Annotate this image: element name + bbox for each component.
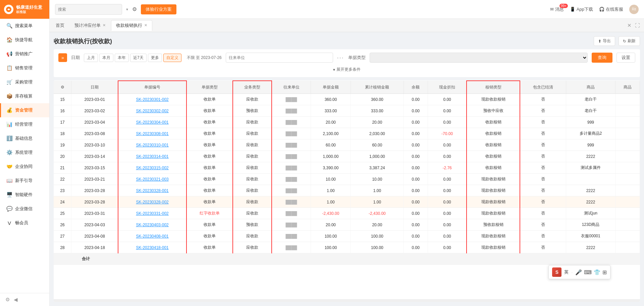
custom-date-button[interactable]: 自定义 — [163, 54, 181, 62]
sidebar-item-search[interactable]: 🔍 搜索菜单 — [0, 19, 49, 33]
keyboard-icon[interactable]: ⌨ — [584, 269, 592, 276]
this-month-button[interactable]: 本月 — [99, 54, 113, 62]
avatar[interactable]: Rit — [629, 5, 639, 14]
sidebar-item-member[interactable]: V 畅会员 — [0, 216, 49, 230]
row-cash-discount: 0.00 — [428, 105, 467, 117]
sidebar-item-finance[interactable]: 💰 资金管理 — [0, 103, 49, 117]
this-year-button[interactable]: 本年 — [115, 54, 129, 62]
sidebar-item-wechat[interactable]: 💬 企业微信 — [0, 202, 49, 216]
service-button[interactable]: 🎧 在线客服 — [599, 6, 623, 12]
row-doc-no[interactable]: SK-20230408-001 — [118, 231, 186, 242]
row-partner: ████ — [272, 231, 311, 242]
more-date-button[interactable]: 更多 — [148, 54, 162, 62]
row-doc-no[interactable]: SK-20230302-002 — [118, 105, 186, 117]
row-balance: 0.00 — [404, 242, 428, 253]
tab-payable[interactable]: 预计冲应付单 ✕ — [70, 20, 110, 31]
close-tab-button[interactable]: ✕ — [627, 22, 632, 28]
sidebar-item-quicknav[interactable]: 🏠 快捷导航 — [0, 33, 49, 47]
gear-icon[interactable]: ⚙ — [132, 6, 137, 12]
row-doc-no[interactable]: SK-20230314-001 — [118, 151, 186, 162]
col-partner[interactable]: 往来单位 — [272, 81, 311, 94]
partner-input[interactable] — [226, 53, 333, 63]
row-balance: 0.00 — [404, 196, 428, 208]
doc-type-select[interactable] — [370, 53, 588, 63]
tab-payable-close-icon[interactable]: ✕ — [103, 23, 106, 27]
col-goods[interactable]: 商品 — [566, 81, 615, 94]
row-biz-type: 应收款 — [233, 151, 272, 162]
row-doc-type: 收款单 — [186, 94, 233, 105]
sidebar-item-system[interactable]: ⚙️ 系统管理 — [0, 145, 49, 160]
row-doc-no[interactable]: SK-20230310-001 — [118, 139, 186, 151]
refresh-button[interactable]: ↻ 刷新 — [619, 36, 640, 46]
row-goods2 — [615, 139, 640, 151]
query-button[interactable]: 查询 — [592, 53, 612, 63]
dropdown-arrow-icon[interactable]: ▾ — [126, 7, 128, 12]
row-date: 2023-04-08 — [71, 231, 118, 242]
search-input[interactable] — [55, 4, 122, 15]
horizontal-scrollbar[interactable] — [54, 299, 640, 302]
sidebar-item-marketing[interactable]: 📢 营销推广 — [0, 47, 49, 61]
shirt-icon[interactable]: 👕 — [594, 269, 600, 276]
col-offset-type[interactable]: 核销类型 — [467, 81, 520, 94]
col-include-settled[interactable]: 包含已结清 — [520, 81, 566, 94]
col-biz-type[interactable]: 业务类型 — [233, 81, 272, 94]
search-icon: 🔍 — [6, 23, 12, 29]
row-offset-type: 预收中应收 — [467, 105, 520, 117]
expand-more-conditions-button[interactable]: ▾ 展开更多条件 — [330, 65, 363, 74]
col-doc-type[interactable]: 单据类型 — [186, 81, 233, 94]
row-doc-no[interactable]: SK-20230418-001 — [118, 242, 186, 253]
col-goods2[interactable]: 商品 — [615, 81, 640, 94]
row-cum-offset: 333.00 — [351, 105, 404, 117]
row-doc-no[interactable]: SK-20230328-002 — [118, 196, 186, 208]
row-date: 2023-03-15 — [71, 162, 118, 174]
logo-title: 畅康道好生意 — [16, 5, 42, 10]
app-download-button[interactable]: 📱 App下载 — [570, 6, 593, 12]
page-title: 收款核销执行(按收款) — [54, 37, 112, 45]
row-doc-no[interactable]: SK-20230301-002 — [118, 94, 186, 105]
col-date[interactable]: 日期 — [71, 81, 118, 94]
sidebar-item-corp[interactable]: 🤝 企业协同 — [0, 160, 49, 174]
export-button[interactable]: ⬆ 导出 — [594, 36, 615, 46]
col-gear[interactable]: ⚙ — [54, 81, 71, 94]
sidebar-item-basic[interactable]: ℹ️ 基础信息 — [0, 131, 49, 145]
col-cash-discount[interactable]: 现金折扣 — [428, 81, 467, 94]
row-doc-no[interactable]: SK-20230308-001 — [118, 128, 186, 139]
row-doc-no[interactable]: SK-20230315-002 — [118, 162, 186, 174]
col-doc-no[interactable]: 单据编号 — [118, 81, 186, 94]
settings-icon[interactable]: ⚙ — [5, 297, 10, 303]
filter-settings-button[interactable]: 设置 — [616, 53, 635, 63]
grid-icon[interactable]: ⊞ — [602, 269, 607, 276]
row-date: 2023-03-08 — [71, 128, 118, 139]
table-row: 242023-03-28SK-20230328-002收款单应收款████1.0… — [54, 196, 640, 208]
col-balance[interactable]: 余额 — [404, 81, 428, 94]
col-amount[interactable]: 单据金额 — [311, 81, 351, 94]
tab-receipt-exec[interactable]: 收款核销执行 ✕ — [111, 20, 152, 31]
filter-toggle-button[interactable]: » — [58, 53, 67, 62]
table-row: 252023-03-31SK-20230331-002红字收款单应收款████-… — [54, 208, 640, 219]
row-date: 2023-04-03 — [71, 219, 118, 231]
data-table: ⚙ 日期 单据编号 单据类型 业务类型 往来单位 单据金额 累计核销金额 余额 … — [54, 80, 640, 265]
row-doc-no[interactable]: SK-20230331-002 — [118, 208, 186, 219]
solution-button[interactable]: 体验行业方案 — [141, 4, 176, 14]
sidebar-item-inventory[interactable]: 📦 库存核算 — [0, 89, 49, 103]
sidebar-item-purchase[interactable]: 🛒 采购管理 — [0, 75, 49, 89]
sidebar-item-sales[interactable]: 📋 销售管理 — [0, 61, 49, 75]
row-doc-no[interactable]: SK-20230304-001 — [118, 117, 186, 128]
sidebar-item-hardware[interactable]: 🖥️ 智能硬件 — [0, 188, 49, 202]
row-doc-no[interactable]: SK-20230328-001 — [118, 185, 186, 196]
row-doc-no[interactable]: SK-20230403-002 — [118, 219, 186, 231]
collapse-icon[interactable]: ◀ — [14, 297, 18, 303]
mic-icon[interactable]: 🎤 — [575, 269, 582, 276]
row-number: 22 — [54, 174, 71, 185]
row-doc-type: 收款单 — [186, 151, 233, 162]
sidebar-item-guide[interactable]: 📖 新手引导 — [0, 174, 49, 188]
maximize-tab-button[interactable]: ⛶ — [635, 22, 640, 28]
tab-receipt-exec-close-icon[interactable]: ✕ — [144, 23, 147, 27]
sidebar-item-operation[interactable]: 📊 经营管理 — [0, 117, 49, 131]
last-month-button[interactable]: 上月 — [84, 54, 98, 62]
col-cum-offset[interactable]: 累计核销金额 — [351, 81, 404, 94]
message-button[interactable]: ✉ 消息 99+ — [550, 6, 564, 12]
tab-home[interactable]: 首页 — [51, 20, 69, 31]
row-doc-no[interactable]: SK-20230321-003 — [118, 174, 186, 185]
last-7days-button[interactable]: 近7天 — [130, 54, 147, 62]
